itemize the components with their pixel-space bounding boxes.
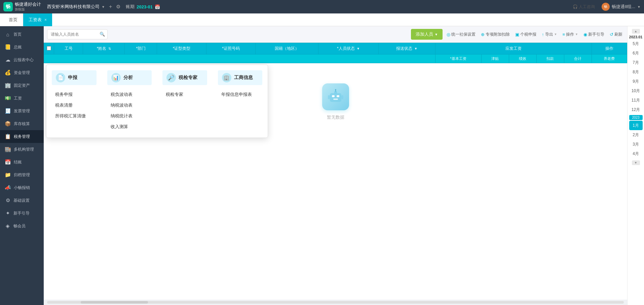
guide-action-icon: ◉ [583,32,587,37]
action-guide[interactable]: ◉ 新手引导 [582,32,606,37]
calendar-nav-up: ▲ [632,29,640,34]
refresh-label: 刷新 [614,32,622,37]
tax-expert-header-icon: 🔎 [166,73,176,82]
special-deduction-label: 专项附加扣除 [486,32,510,37]
app-logo: 畅 畅捷通好会计 旗舰版 [3,2,44,12]
sidebar-item-funds[interactable]: 💰 资金管理 [0,66,44,79]
sidebar-item-assets[interactable]: 🏢 固定资产 [0,79,44,92]
tab-salary[interactable]: 工资表 × [23,13,52,26]
sidebar-item-multiorg[interactable]: 🏬 多机构管理 [0,143,44,156]
user-dropdown-arrow[interactable]: ▼ [637,5,641,9]
add-person-button[interactable]: 添加人员 ▼ [411,29,443,40]
sidebar-item-guide[interactable]: ✦ 新手引导 [0,207,44,220]
month-4[interactable]: 4月 [629,149,643,158]
action-special-deduction[interactable]: ⊕ 专项附加扣除 [480,32,511,37]
month-6[interactable]: 6月 [629,48,643,58]
month-5[interactable]: 5月 [629,39,643,48]
sidebar-item-close[interactable]: 📅 结账 [0,156,44,168]
export-arrow[interactable]: ▼ [554,33,557,36]
sidebar-item-tax[interactable]: 📋 税务管理 [0,130,44,143]
home-icon: ⌂ [5,32,11,37]
sidebar-label-cloud: 云报表中心 [13,57,34,63]
popup-item-tax-burden[interactable]: 税负波动表 [107,89,152,100]
archive-icon: 📁 [5,172,11,178]
action-social-security[interactable]: ◎ 统一社保设置 [445,32,477,37]
select-all-checkbox[interactable] [47,46,51,50]
popup-item-tax-register[interactable]: 税表清册 [52,100,97,111]
add-person-dropdown-arrow[interactable]: ▼ [434,33,438,36]
th-name[interactable]: *姓名 ⇅ [83,43,125,54]
month-1[interactable]: 1月 [629,121,643,130]
month-3[interactable]: 3月 [629,140,643,149]
sidebar-label-marketing: 小畅报销 [14,185,30,191]
calendar-up-arrow[interactable]: ▲ [632,29,640,34]
company-selector[interactable]: 西安虾米网络科技有限公司 ▼ [47,4,105,10]
scrollbar-track[interactable] [47,301,624,304]
app-name: 畅捷通好会计 [15,2,41,7]
company-dropdown-arrow[interactable]: ▼ [102,5,105,9]
add-person-label: 添加人员 [416,31,433,37]
operation-arrow[interactable]: ▼ [575,33,578,36]
cloud-icon: ☁ [5,57,11,63]
popup-item-annual-report[interactable]: 年报信息申报表 [218,89,263,100]
popup-item-income-estimate[interactable]: 收入测算 [107,121,152,132]
sidebar-item-cloud[interactable]: ☁ 云报表中心 [0,53,44,66]
filter-report-icon[interactable]: ▼ [414,47,417,50]
filter-status-icon[interactable]: ▼ [356,47,360,50]
month-9[interactable]: 9月 [629,77,643,86]
action-tax-return[interactable]: ▣ 个税申报 [514,32,538,37]
popup-item-income-tax-settlement[interactable]: 所得税汇算清缴 [52,111,97,121]
assets-icon: 🏢 [5,82,11,88]
scrollbar-thumb[interactable] [81,301,148,304]
popup-col-tax-expert: 🔎 税检专家 税检专家 [157,65,213,132]
calendar-down-arrow[interactable]: ▼ [632,160,640,165]
month-7[interactable]: 7月 [629,58,643,67]
popup-item-tax-stats[interactable]: 纳税统计表 [107,111,152,121]
tab-home[interactable]: 首页 [3,13,23,26]
th-report-status[interactable]: 报送状态 ▼ [378,43,435,54]
popup-item-tax-expert[interactable]: 税检专家 [162,89,207,100]
sidebar-item-invoice[interactable]: 🧾 发票管理 [0,105,44,117]
member-icon: ◈ [5,223,11,229]
tab-close-icon[interactable]: × [44,13,47,26]
month-10[interactable]: 10月 [629,86,643,96]
sidebar-item-home[interactable]: ⌂ 首页 [0,28,44,41]
user-area[interactable]: 畅 畅捷通8组... ▼ [602,3,641,11]
svg-rect-8 [341,95,343,99]
month-12[interactable]: 12月 [629,105,643,114]
tax-icon: 📋 [5,134,11,140]
add-icon[interactable]: + [109,4,112,10]
sidebar-item-member[interactable]: ◈ 畅会员 [0,220,44,232]
calendar-icon[interactable]: 📅 [155,4,160,9]
action-refresh[interactable]: ↺ 刷新 [608,32,624,37]
th-checkbox[interactable] [44,43,54,54]
popup-item-tax-payment-fluctuation[interactable]: 纳税波动表 [107,100,152,111]
current-year-label: 2023 [629,115,643,120]
sidebar-label-home: 首页 [13,32,22,37]
th-status[interactable]: *人员状态 ▼ [318,43,379,54]
action-operation[interactable]: ≡ 操作 ▼ [561,32,579,37]
app-edition: 旗舰版 [15,7,41,12]
sidebar-item-inventory[interactable]: 📦 库存核算 [0,117,44,130]
horizontal-scrollbar[interactable] [44,300,627,305]
sidebar-item-marketing[interactable]: 📣 小畅报销 [0,181,44,194]
popup-item-tax-return[interactable]: 税务申报 [52,89,97,100]
month-8[interactable]: 8月 [629,67,643,77]
action-export[interactable]: ↑ 导出 ▼ [540,32,558,37]
sort-name-icon[interactable]: ⇅ [108,47,111,50]
tab-salary-label: 工资表 [29,13,42,26]
sidebar-item-settings[interactable]: ⚙ 基础设置 [0,194,44,207]
month-11[interactable]: 11月 [629,96,643,105]
sidebar-item-archive[interactable]: 📁 归档管理 [0,168,44,181]
sidebar-item-ledger[interactable]: 📒 总账 [0,41,44,53]
sidebar: ⌂ 首页 📒 总账 ☁ 云报表中心 💰 资金管理 🏢 固定资产 💵 工资 🧾 发… [0,26,44,305]
month-2[interactable]: 2月 [629,130,643,140]
settings-icon[interactable]: ⚙ [116,4,120,10]
sidebar-item-salary[interactable]: 💵 工资 [0,92,44,105]
th-dept: *部门 [125,43,157,54]
prev-year-label: 2023.01 [629,35,643,39]
search-input[interactable] [47,29,108,39]
customer-service[interactable]: 🎧 人工咨询 [571,4,596,10]
popup-header-business-info: 🏢 工商信息 [218,70,263,85]
search-wrap: 🔍 [47,29,108,39]
